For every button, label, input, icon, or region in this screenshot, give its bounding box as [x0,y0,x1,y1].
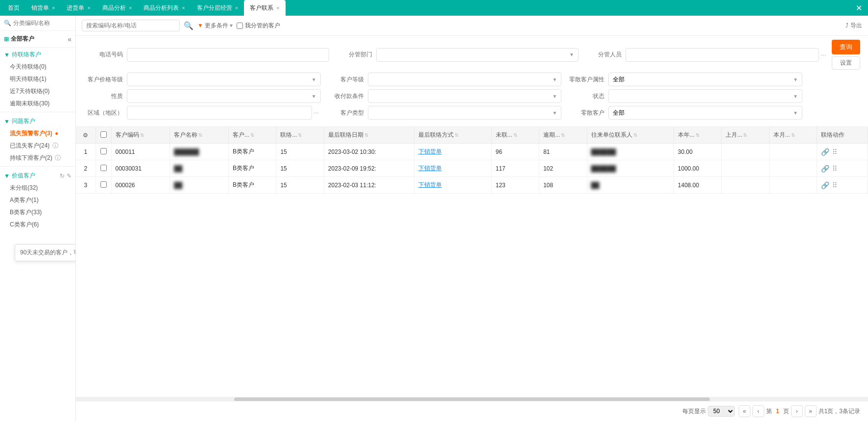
filter-status-select[interactable]: ▼ [608,89,802,103]
tab-purchase-close[interactable]: × [87,5,90,11]
tab-goods-analysis-close[interactable]: × [129,5,132,11]
row-checkbox-cell[interactable] [96,177,111,194]
filter-price-level-select[interactable]: ▼ [127,73,321,86]
tab-goods-analysis-list[interactable]: 商品分析列表 × [138,0,191,16]
sidebar-item-today[interactable]: 今天待联络(0) [0,61,75,73]
sidebar-item-a-type[interactable]: A类客户(1) [0,194,75,206]
tab-purchase[interactable]: 进货单 × [61,0,96,16]
query-button[interactable]: 查询 [832,40,860,54]
row-last-method[interactable]: 下销货单 [414,160,491,177]
filter-person-input[interactable] [626,48,819,62]
sidebar: 🔍 ⊞ 全部客户 « ▼ 待联络客户 今天待联络(0) 明天待联络(1) 近7天… [0,16,76,421]
date-sort-icon[interactable]: ⇅ [364,132,368,138]
filter-region-input[interactable] [127,106,312,120]
sidebar-item-tomorrow[interactable]: 明天待联络(1) [0,73,75,85]
tab-sales-close[interactable]: × [52,5,55,11]
my-customers-checkbox[interactable] [237,23,243,29]
next-page-btn[interactable]: › [791,405,803,417]
sidebar-item-churn-warning[interactable]: 流失预警客户(3) ● [0,127,75,140]
sidebar-item-churned[interactable]: 已流失客户(24) ⓘ [0,140,75,152]
filter-customer-level-select[interactable]: ▼ [368,73,562,86]
filter-customer-type-select[interactable]: ▼ [368,106,562,120]
overdue-sort-icon[interactable]: ⇅ [561,132,565,138]
tab-home[interactable]: 首页 [2,0,25,16]
more-conditions-button[interactable]: ▼ 更多条件 ▾ [197,22,233,30]
sidebar-group-pending[interactable]: ▼ 待联络客户 [0,48,75,61]
action-contact-icon[interactable]: 🔗 [821,181,829,189]
row-last-method[interactable]: 下销货单 [414,144,491,160]
person-sort-icon[interactable]: ⇅ [633,132,637,138]
my-customers-checkbox-label[interactable]: 我分管的客户 [237,22,280,30]
name-sort-icon[interactable]: ⇅ [198,132,202,138]
row-checkbox-cell[interactable] [96,160,111,177]
tab-customer-contact[interactable]: 客户联系 × [244,0,285,16]
row-checkbox[interactable] [100,148,107,154]
first-page-btn[interactable]: « [739,405,750,417]
sidebar-item-ungroup[interactable]: 未分组(32) [0,182,75,194]
tab-goods-analysis[interactable]: 商品分析 × [96,0,138,16]
filter-scatter-customer-select[interactable]: 全部 ▼ [608,106,802,120]
type-sort-icon[interactable]: ⇅ [250,132,254,138]
row-contact-person: ██████ [587,144,674,160]
contact-sort-icon[interactable]: ⇅ [298,132,302,138]
sidebar-all-customers[interactable]: ⊞ 全部客户 « [0,31,75,48]
action-contact-icon[interactable]: 🔗 [821,148,829,156]
filter-dept-select[interactable]: ▼ [376,48,579,62]
sidebar-item-declining[interactable]: 持续下滑客户(2) ⓘ [0,152,75,164]
row-num: 3 [76,177,96,194]
search-input[interactable] [82,20,180,31]
tab-customer-segment[interactable]: 客户分层经营 × [191,0,244,16]
prev-page-btn[interactable]: ‹ [752,405,764,417]
refresh-icon[interactable]: ↻ [60,173,65,179]
not-contacted-sort-icon[interactable]: ⇅ [513,132,517,138]
method-sort-icon[interactable]: ⇅ [455,132,458,138]
horizontal-scrollbar[interactable] [76,397,868,401]
settings-button[interactable]: 设置 [832,56,860,70]
row-checkbox[interactable] [100,165,107,171]
sidebar-item-c-type[interactable]: C类客户(6) [0,219,75,231]
person-ellipsis-btn[interactable]: ··· [819,51,828,58]
sidebar-item-7days[interactable]: 近7天待联络(0) [0,85,75,98]
sidebar-item-b-type[interactable]: B类客户(33) [0,206,75,219]
contact-method-link[interactable]: 下销货单 [418,181,442,188]
col-settings[interactable]: ⚙ [76,127,96,144]
col-actions: 联络动作 [817,127,868,144]
tab-goods-analysis-list-close[interactable]: × [182,5,185,11]
filter-scatter-attr-select[interactable]: 全部 ▼ [608,73,802,86]
code-sort-icon[interactable]: ⇅ [140,132,144,138]
col-checkbox[interactable] [96,127,111,144]
action-more-icon[interactable]: ⠿ [832,181,837,189]
sidebar-group-value[interactable]: ▼ 价值客户 ↻ ✎ [0,169,75,182]
filter-payment-select[interactable]: ▼ [368,89,562,103]
tab-customer-segment-close[interactable]: × [235,5,238,11]
last-month-sort-icon[interactable]: ⇅ [743,132,747,138]
app-close-button[interactable]: ✕ [852,3,866,13]
tab-sales[interactable]: 销货单 × [25,0,61,16]
sidebar-item-overdue[interactable]: 逾期未联络(30) [0,98,75,110]
sidebar-collapse-btn[interactable]: « [68,35,72,43]
filter-phone-input[interactable] [127,48,329,62]
row-checkbox-cell[interactable] [96,144,111,160]
select-all-checkbox[interactable] [100,131,107,138]
filter-nature-select[interactable]: ▼ [127,89,321,103]
row-checkbox[interactable] [100,181,107,188]
year-sort-icon[interactable]: ⇅ [696,132,699,138]
page-size-select[interactable]: 50 100 200 [708,406,735,417]
this-month-sort-icon[interactable]: ⇅ [791,132,795,138]
contact-method-link[interactable]: 下销货单 [418,148,442,155]
edit-icon[interactable]: ✎ [67,173,72,179]
scatter-customer-chevron-icon: ▼ [793,110,798,116]
search-button[interactable]: 🔍 [184,21,193,30]
sidebar-group-problem[interactable]: ▼ 问题客户 [0,114,75,127]
contact-method-link[interactable]: 下销货单 [418,165,442,172]
customer-type-chevron-icon: ▼ [552,110,557,116]
region-ellipsis-btn[interactable]: ··· [312,109,321,116]
action-more-icon[interactable]: ⠿ [832,165,837,173]
row-last-method[interactable]: 下销货单 [414,177,491,194]
action-contact-icon[interactable]: 🔗 [821,165,829,173]
last-page-btn[interactable]: » [805,405,817,417]
sidebar-search-input[interactable] [13,20,76,26]
export-button[interactable]: ⤴ 导出 [845,22,862,30]
action-more-icon[interactable]: ⠿ [832,148,837,156]
tab-customer-contact-close[interactable]: × [276,5,279,11]
